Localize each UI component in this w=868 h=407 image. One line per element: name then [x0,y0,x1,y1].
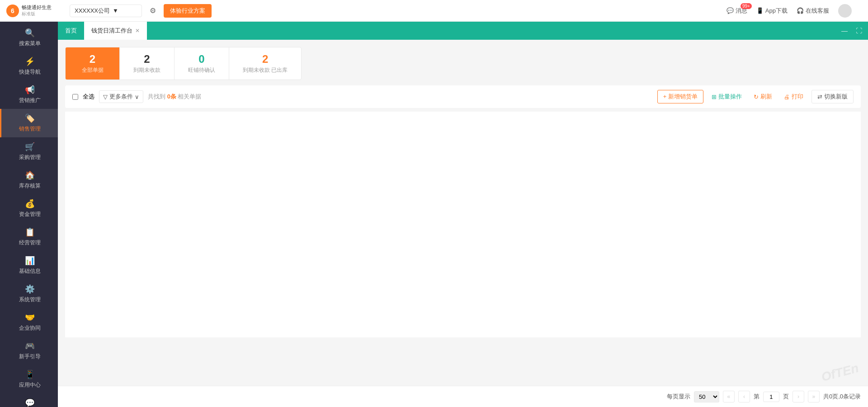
stat-tab-all[interactable]: 2 全部单据 [66,47,120,80]
avatar[interactable] [838,4,852,18]
sidebar-item-app-center[interactable]: 📱 应用中心 [0,365,58,393]
batch-ops-button[interactable]: ⊞ 批量操作 [708,91,745,103]
sidebar-item-inventory[interactable]: 🏠 库存核算 [0,166,58,194]
cooperation-icon: 🤝 [25,313,35,323]
per-page-select[interactable]: 50 100 200 [694,391,719,402]
new-sales-button[interactable]: + 新增销货单 [657,90,703,103]
search-icon: 🔍 [25,28,35,38]
header-right: 💬 消息 99+ 📱 App下载 🎧 在线客服 [726,4,861,18]
stat-label-overdue: 到期未收款 [133,66,160,74]
service-icon: 🎧 [797,7,804,14]
switch-version-button[interactable]: ⇄ 切换新版 [811,90,854,103]
messages-badge: 99+ [741,3,752,9]
sidebar-item-system[interactable]: ⚙️ 系统管理 [0,280,58,308]
download-icon: 📱 [756,7,764,14]
result-count: 0条 [167,93,176,100]
next-page-button[interactable]: › [793,391,804,402]
basic-info-icon: 📊 [25,256,35,266]
sidebar-label-cooperation: 企业协同 [19,324,41,332]
stat-num-shipped: 2 [243,53,288,65]
batch-icon: ⊞ [712,94,717,100]
first-page-button[interactable]: « [723,391,735,402]
toolbar-left: 全选 ▽ 更多条件 ∨ 共找到 0条 相关单据 [72,90,652,103]
toolbar: 全选 ▽ 更多条件 ∨ 共找到 0条 相关单据 + 新增销货单 ⊞ 批量操作 ↻… [65,85,861,108]
tab-bar: 首页 钱货日清工作台 ✕ — ⛶ [58,22,868,40]
stats-tabs: 2 全部单据 2 到期未收款 0 旺铺待确认 2 到期未收款 已出库 [65,47,302,80]
company-name: XXXXXX公司 [75,7,110,15]
company-selector[interactable]: XXXXXX公司 ▼ [70,5,142,17]
stat-tab-overdue[interactable]: 2 到期未收款 [120,47,175,80]
tab-home[interactable]: 首页 [58,22,84,40]
sidebar-item-operations[interactable]: 📋 经营管理 [0,223,58,251]
prev-page-button[interactable]: ‹ [738,391,750,402]
toolbar-right: + 新增销货单 ⊞ 批量操作 ↻ 刷新 🖨 打印 ⇄ 切换新版 [657,90,854,103]
top-header: XXXXXX公司 ▼ ⚙ 体验行业方案 💬 消息 99+ 📱 App下载 🎧 在… [58,0,868,22]
filter-icon: ▽ [103,94,108,100]
sidebar-item-wechat[interactable]: 💬 企业微信 [0,393,58,407]
wechat-icon: 💬 [25,398,35,407]
main-content: 2 全部单据 2 到期未收款 0 旺铺待确认 2 到期未收款 已出库 全选 ▽ … [58,40,868,407]
sidebar-menu: 🔍 搜索菜单 ⚡ 快捷导航 📢 营销推广 🏷️ 销售管理 🛒 采购管理 🏠 库存… [0,22,58,407]
message-icon: 💬 [726,7,734,14]
purchase-icon: 🛒 [25,142,35,152]
sidebar-item-search[interactable]: 🔍 搜索菜单 [0,23,58,52]
sidebar-label-inventory: 库存核算 [19,182,41,190]
sidebar-label-finance: 资金管理 [19,211,41,218]
sidebar-item-purchase[interactable]: 🛒 采购管理 [0,137,58,166]
more-filters-button[interactable]: ▽ 更多条件 ∨ [99,90,143,103]
chevron-down-filter: ∨ [135,94,139,100]
more-filters-label: 更多条件 [109,93,133,101]
sidebar-item-guide[interactable]: 🎮 新手引导 [0,337,58,365]
window-minimize-button[interactable]: — [839,25,850,36]
page-label-end: 页 [783,393,789,401]
messages-button[interactable]: 💬 消息 99+ [726,7,747,15]
pagination-bar: 每页显示 50 100 200 « ‹ 第 1 页 › » 共0页,0条记录 [58,386,868,407]
settings-button[interactable]: ⚙ [146,4,160,18]
operations-icon: 📋 [25,227,35,237]
sidebar-label-marketing: 营销推广 [19,97,41,104]
sidebar-item-sales[interactable]: 🏷️ 销售管理 [0,109,58,137]
finance-icon: 💰 [25,199,35,209]
sidebar-item-basic-info[interactable]: 📊 基础信息 [0,251,58,280]
app-download-button[interactable]: 📱 App下载 [756,7,788,15]
sidebar-item-finance[interactable]: 💰 资金管理 [0,194,58,223]
stat-label-all: 全部单据 [79,66,106,74]
stat-label-wangpu: 旺铺待确认 [188,66,215,74]
experience-button[interactable]: 体验行业方案 [164,4,212,18]
sidebar-label-purchase: 采购管理 [19,154,41,161]
chevron-down-icon: ▼ [113,7,118,14]
online-service-label: 在线客服 [806,7,829,15]
result-text: 共找到 0条 相关单据 [148,93,201,101]
select-all-checkbox[interactable] [72,94,78,100]
per-page-label: 每页显示 [667,393,690,401]
stat-num-all: 2 [79,53,106,65]
last-page-button[interactable]: » [808,391,820,402]
page-input[interactable]: 1 [763,392,779,402]
print-icon: 🖨 [784,94,790,100]
refresh-button[interactable]: ↻ 刷新 [750,91,776,103]
stat-tab-wangpu[interactable]: 0 旺铺待确认 [175,47,229,80]
sidebar-label-search: 搜索菜单 [19,40,41,47]
stat-num-overdue: 2 [133,53,160,65]
stat-tab-shipped[interactable]: 2 到期未收款 已出库 [229,47,301,80]
sidebar-item-marketing[interactable]: 📢 营销推广 [0,80,58,109]
window-expand-button[interactable]: ⛶ [854,25,864,36]
total-info: 共0页,0条记录 [823,393,861,401]
page-label: 第 [754,393,760,401]
stat-label-shipped: 到期未收款 已出库 [243,66,288,74]
sidebar-item-cooperation[interactable]: 🤝 企业协同 [0,308,58,337]
sidebar-item-quick-nav[interactable]: ⚡ 快捷导航 [0,52,58,80]
tab-active[interactable]: 钱货日清工作台 ✕ [84,22,147,40]
online-service-button[interactable]: 🎧 在线客服 [797,7,829,15]
marketing-icon: 📢 [25,85,35,95]
sidebar: 6 畅捷通好生意 标准版 🔍 搜索菜单 ⚡ 快捷导航 📢 营销推广 🏷️ 销售管… [0,0,58,407]
tab-close-icon[interactable]: ✕ [135,28,140,34]
app-name: 畅捷通好生意 [22,4,52,10]
sidebar-label-basic-info: 基础信息 [19,267,41,275]
tab-bar-actions: — ⛶ [839,25,868,36]
select-all-label: 全选 [83,93,94,101]
print-button[interactable]: 🖨 打印 [780,91,807,103]
app-center-icon: 📱 [25,370,35,379]
guide-icon: 🎮 [25,341,35,351]
app-download-label: App下载 [765,7,788,15]
